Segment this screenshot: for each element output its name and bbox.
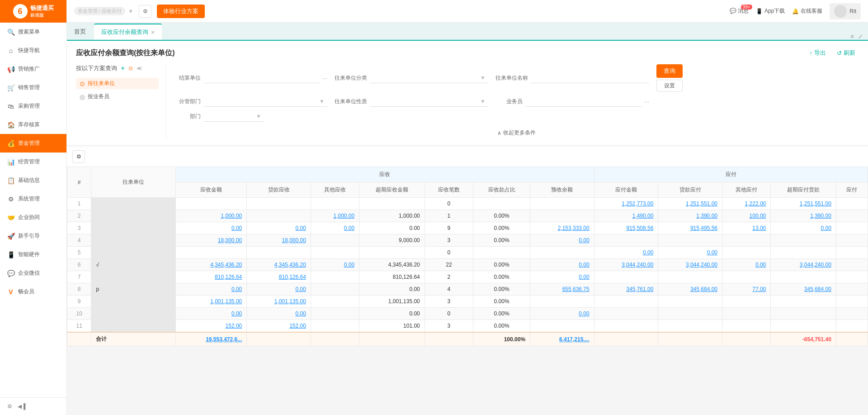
scheme-item-partner[interactable]: ⊙ 按往来单位 bbox=[76, 78, 159, 89]
sidebar-item-hardware[interactable]: 📱 智能硬件 bbox=[0, 245, 66, 264]
footer-rec-amount[interactable]: 19,553,472,6... bbox=[176, 332, 247, 346]
table-row: 21,000.001,000.001,000.0010.00%1,490.001… bbox=[67, 210, 868, 222]
user-menu[interactable]: Rit bbox=[830, 3, 861, 19]
col-rec-ratio: 应收款占比 bbox=[473, 182, 530, 198]
col-loan-rec: 贷款应收 bbox=[247, 182, 311, 198]
settlement-unit-input[interactable] bbox=[203, 73, 320, 83]
topbar: 资金管理 / 应收应付 ▼ ⚙ 体验行业方案 💬 消息 99+ 📱 App下载 … bbox=[67, 0, 868, 23]
logo-icon: 6 bbox=[13, 4, 28, 19]
scheme-item-salesperson[interactable]: ◎ 按业务员 bbox=[76, 91, 159, 102]
footer-loan-rec bbox=[247, 332, 311, 346]
filter-row-3: 部门 ▼ bbox=[174, 111, 859, 122]
settlement-unit-ellipsis[interactable]: ··· bbox=[323, 75, 327, 81]
table-row: 30.000.000.000.0090.00%2,153,333.00915,5… bbox=[67, 222, 868, 234]
sidebar-item-wechat[interactable]: 💬 企业微信 bbox=[0, 264, 66, 282]
chevron-down-icon: ▼ bbox=[480, 75, 486, 81]
col-other-rec: 其他应收 bbox=[311, 182, 359, 198]
col-row-num: # bbox=[67, 167, 91, 198]
footer-pay-amount bbox=[594, 332, 658, 346]
gear-button[interactable]: ⚙ bbox=[139, 5, 151, 18]
table-toolbar: ⚙ bbox=[67, 147, 868, 167]
sidebar-item-basic[interactable]: 📋 基础信息 bbox=[0, 171, 66, 190]
chevron-down-icon-3: ▼ bbox=[480, 98, 486, 105]
partner-name-input[interactable] bbox=[531, 73, 649, 83]
sidebar-item-member[interactable]: V 畅会员 bbox=[0, 282, 66, 301]
footer-label: 合计 bbox=[91, 332, 176, 346]
tab-balance-query[interactable]: 应收应付余额查询 ✕ bbox=[94, 24, 162, 40]
col-advance-bal: 预收余额 bbox=[530, 182, 594, 198]
page-title: 应收应付余额查询(按往来单位) bbox=[76, 48, 175, 58]
logo-name: 畅捷通买 bbox=[30, 4, 54, 12]
finance-icon: 💰 bbox=[7, 140, 14, 147]
partner-nature-select[interactable]: ▼ bbox=[370, 96, 488, 107]
tab-close-icon[interactable]: ✕ bbox=[151, 30, 155, 35]
sidebar-item-system[interactable]: ⚙ 系统管理 bbox=[0, 190, 66, 208]
sidebar-item-finance[interactable]: 💰 资金管理 bbox=[0, 134, 66, 153]
sidebar-collapse-icon[interactable]: ◀▐ bbox=[18, 403, 26, 410]
scheme-icon: ⊙ bbox=[80, 80, 85, 87]
tab-expand-button[interactable]: ⤢ bbox=[858, 33, 863, 40]
member-icon: V bbox=[7, 288, 14, 296]
sidebar-item-quick[interactable]: ⌂ 快捷导航 bbox=[0, 41, 66, 60]
app-download-btn[interactable]: 📱 App下载 bbox=[756, 7, 785, 15]
footer-overdue-rec bbox=[359, 332, 425, 346]
logo-sub: 标准版 bbox=[30, 12, 54, 19]
inventory-icon: 🏠 bbox=[7, 121, 14, 129]
promo-button[interactable]: 体验行业方案 bbox=[157, 5, 205, 18]
sidebar-item-operation[interactable]: 📊 经营管理 bbox=[0, 153, 66, 171]
division-select[interactable]: ▼ bbox=[203, 96, 327, 107]
sidebar-item-guide[interactable]: 🚀 新手引导 bbox=[0, 227, 66, 245]
sidebar-item-purchase[interactable]: 🛍 采购管理 bbox=[0, 97, 66, 115]
sidebar-item-corp[interactable]: 🤝 企业协同 bbox=[0, 208, 66, 227]
filter-setting-icon[interactable]: ⊙ bbox=[128, 65, 133, 72]
chevron-down-icon-2: ▼ bbox=[319, 98, 325, 105]
export-icon: ↑ bbox=[810, 50, 813, 57]
salesperson-input[interactable] bbox=[525, 96, 642, 107]
table-row: 500.000.00 bbox=[67, 247, 868, 259]
data-table: # 往来单位 应收 应付 应收金额 贷款应收 其他应收 超期应收金额 应收笔数 … bbox=[67, 167, 868, 346]
partner-nature-label: 往来单位性质 bbox=[335, 98, 367, 105]
query-button[interactable]: 查询 bbox=[656, 64, 683, 78]
download-icon: 📱 bbox=[756, 8, 763, 14]
footer-overdue-pay: -654,751.40 bbox=[771, 332, 836, 346]
refresh-button[interactable]: ↺ 刷新 bbox=[833, 47, 859, 59]
table-row: 11152.00152.00101.0030.00% bbox=[67, 320, 868, 333]
sidebar-item-sales[interactable]: 🛒 销售管理 bbox=[0, 78, 66, 97]
col-other-pay: 其他应付 bbox=[722, 182, 770, 198]
sidebar-item-search[interactable]: 🔍 搜索菜单 bbox=[0, 23, 66, 41]
sidebar-bottom: ⚙ ◀▐ bbox=[0, 397, 66, 415]
col-loan-pay: 贷款应付 bbox=[658, 182, 722, 198]
sales-icon: 🛒 bbox=[7, 84, 14, 91]
salesperson-field: 业务员 ··· bbox=[495, 96, 649, 107]
message-badge[interactable]: 💬 消息 99+ bbox=[730, 7, 749, 15]
tab-close-button[interactable]: ✕ bbox=[850, 33, 854, 40]
settings-button[interactable]: 设置 bbox=[656, 80, 683, 92]
table-settings-button[interactable]: ⚙ bbox=[72, 150, 85, 163]
salesperson-label: 业务员 bbox=[495, 98, 523, 105]
settlement-unit-label: 结算单位 bbox=[174, 74, 201, 82]
filter-area: 按以下方案查询 + ⊙ ≪ ⊙ 按往来单位 ◎ 按业务员 bbox=[67, 59, 868, 145]
footer-rec-ratio: 100.00% bbox=[473, 332, 530, 346]
export-button[interactable]: ↑ 导出 bbox=[806, 47, 830, 59]
footer-advance-bal[interactable]: 6,417,215.... bbox=[530, 332, 594, 346]
sidebar-settings-icon[interactable]: ⚙ bbox=[7, 403, 12, 410]
filter-schemes: 按以下方案查询 + ⊙ ≪ ⊙ 按往来单位 ◎ 按业务员 bbox=[76, 64, 166, 139]
settlement-unit-field: 结算单位 ··· bbox=[174, 73, 327, 83]
filter-add-icon[interactable]: + bbox=[121, 64, 125, 72]
tab-home[interactable]: 首页 bbox=[67, 24, 93, 40]
filter-scheme-list: ⊙ 按往来单位 ◎ 按业务员 bbox=[76, 78, 159, 102]
filter-collapse-icon[interactable]: ≪ bbox=[137, 65, 142, 72]
collapse-button[interactable]: ∧ 收起更多条件 bbox=[174, 126, 859, 139]
corp-icon: 🤝 bbox=[7, 214, 14, 221]
sidebar-item-inventory[interactable]: 🏠 库存核算 bbox=[0, 115, 66, 134]
table-row: 101,252,773.001,251,551.001,222.001,251,… bbox=[67, 198, 868, 210]
online-service-btn[interactable]: 🔔 在线客服 bbox=[792, 7, 822, 15]
salesperson-ellipsis[interactable]: ··· bbox=[645, 99, 649, 105]
department-select[interactable]: ▼ bbox=[203, 111, 264, 122]
table-footer-row: 合计 19,553,472,6... 100.00% 6,417,215....… bbox=[67, 332, 868, 346]
sidebar-item-marketing[interactable]: 📢 营销推广 bbox=[0, 60, 66, 78]
tab-home-label: 首页 bbox=[74, 28, 86, 36]
partner-nature-field: 往来单位性质 ▼ bbox=[335, 96, 488, 107]
table-row: 91,001,135.001,001,135.001,001,135.0030.… bbox=[67, 296, 868, 308]
partner-category-select[interactable]: ▼ bbox=[370, 73, 488, 83]
